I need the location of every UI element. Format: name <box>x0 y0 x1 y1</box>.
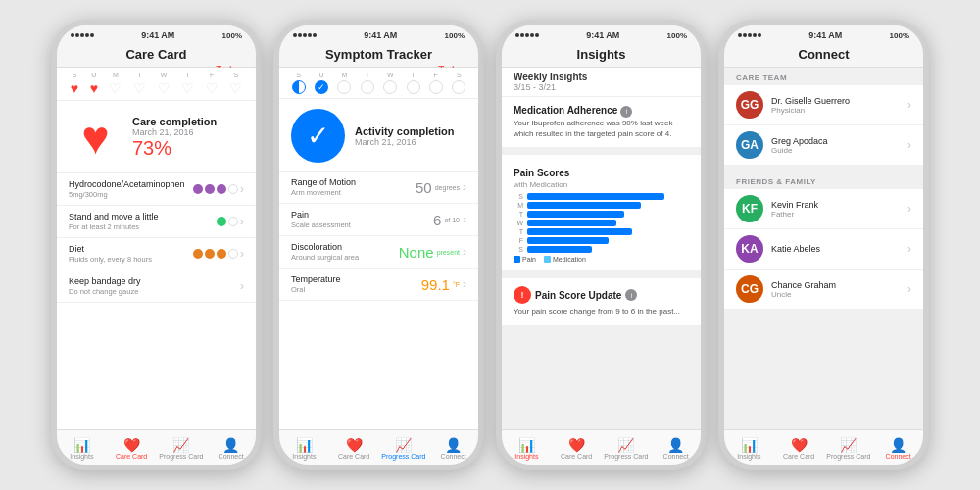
tab-label-progress-1: Progress Card <box>159 453 203 460</box>
tab-connect-1[interactable]: 👤 Connect <box>206 434 256 463</box>
sym-day-s: S <box>292 72 306 94</box>
nav-title-3: Insights <box>577 47 626 62</box>
tab-carecard-4[interactable]: ❤️ Care Card <box>774 434 824 463</box>
care-item-0[interactable]: Hydrocodone/Acetaminophen 5mg/300mg › <box>57 173 256 206</box>
symptom-item-0[interactable]: Range of Motion Arm movement 50 degrees … <box>279 172 478 204</box>
time-1: 9:41 AM <box>141 30 174 40</box>
tab-insights-4[interactable]: 📊 Insights <box>724 434 774 463</box>
tab-label-insights-1: Insights <box>70 453 93 460</box>
activity-date: March 21, 2016 <box>355 137 454 147</box>
check-circle-icon: ✓ <box>315 80 328 94</box>
care-team-group: CARE TEAM GG Dr. Giselle Guerrero Physic… <box>724 68 923 166</box>
signal-1 <box>71 33 94 37</box>
heart-u: ♥ <box>90 80 98 96</box>
sym-day-s2: S <box>452 72 466 94</box>
legend-pain-icon <box>514 256 520 263</box>
sym-day-f: F <box>429 72 443 94</box>
phone-insights: 9:41 AM 100% Insights Weekly Insights 3/… <box>496 20 707 470</box>
symptom-item-3[interactable]: Temperature Oral 99.1 °F › <box>279 269 478 301</box>
week-day-w: W ♡ <box>158 72 171 96</box>
tab-progress-4[interactable]: 📈 Progress Card <box>824 434 874 463</box>
care-main: ♥ Care completion March 21, 2016 73% <box>57 101 256 173</box>
tab-bar-3: 📊 Insights ❤️ Care Card 📈 Progress Card … <box>502 429 701 465</box>
care-item-3[interactable]: Keep bandage dry Do not change gauze › <box>57 270 256 303</box>
sym-day-t1: T <box>361 72 374 94</box>
heart-t2: ♡ <box>181 80 194 96</box>
carecard-icon-1: ❤️ <box>123 438 140 452</box>
tab-bar-1: 📊 Insights ❤️ Care Card 📈 Progress Card … <box>57 429 256 465</box>
bar-row-f: F <box>514 237 689 244</box>
tab-label-insights-3: Insights <box>514 453 538 460</box>
symptom-item-2[interactable]: Discoloration Around surgical area None … <box>279 236 478 269</box>
chevron-sym-2: › <box>463 245 466 259</box>
heart-w: ♡ <box>158 80 171 96</box>
symptom-items-list: Range of Motion Arm movement 50 degrees … <box>279 172 478 301</box>
activity-title: Activity completion <box>355 125 454 137</box>
tab-label-carecard-2: Care Card <box>338 453 369 460</box>
tab-insights-3[interactable]: 📊 Insights <box>502 434 552 463</box>
tab-connect-2[interactable]: 👤 Connect <box>428 434 478 463</box>
symptom-item-1[interactable]: Pain Scale assessment 6 of 10 › <box>279 204 478 236</box>
phone-connect: 9:41 AM 100% Connect CARE TEAM GG Dr. Gi… <box>718 20 929 470</box>
tab-insights-1[interactable]: 📊 Insights <box>57 434 107 463</box>
battery-3: 100% <box>667 31 687 40</box>
status-bar-2: 9:41 AM 100% <box>279 25 478 43</box>
tab-label-connect-2: Connect <box>441 453 466 460</box>
empty-circle-w <box>383 80 397 94</box>
tab-carecard-2[interactable]: ❤️ Care Card <box>329 434 379 463</box>
insights-icon-1: 📊 <box>74 438 90 452</box>
signal-4 <box>738 33 761 37</box>
chevron-abeles: › <box>907 242 911 256</box>
tab-progress-2[interactable]: 📈 Progress Card <box>379 434 429 463</box>
connect-person-graham[interactable]: CG Chance Graham Uncle › <box>724 270 923 310</box>
progress-icon-1: 📈 <box>172 438 189 452</box>
tab-insights-2[interactable]: 📊 Insights <box>279 434 329 463</box>
connect-person-guerrero[interactable]: GG Dr. Giselle Guerrero Physician › <box>724 85 923 125</box>
pain-badge-icon: ! <box>514 286 531 304</box>
time-2: 9:41 AM <box>364 30 397 40</box>
tab-progress-3[interactable]: 📈 Progress Card <box>602 434 652 463</box>
empty-circle-t2 <box>407 80 420 94</box>
nav-header-1: Care Card Today <box>57 43 256 68</box>
tab-progress-1[interactable]: 📈 Progress Card <box>157 434 207 463</box>
bar-row-t1: T <box>514 211 689 218</box>
week-day-s: S ♥ <box>71 72 78 96</box>
avatar-frank: KF <box>736 195 763 222</box>
care-completion-date: March 21, 2016 <box>132 127 217 137</box>
connect-person-abeles[interactable]: KA Katie Abeles › <box>724 229 923 270</box>
big-heart-icon: ♥ <box>69 111 122 165</box>
nav-title-1: Care Card <box>125 47 186 62</box>
tab-label-progress-4: Progress Card <box>826 453 870 460</box>
avatar-graham: CG <box>736 275 763 303</box>
week-strip-1: S ♥ U ♥ M ♡ T ♡ <box>57 68 256 101</box>
activity-info: Activity completion March 21, 2016 <box>355 125 454 147</box>
tab-connect-4[interactable]: 👤 Connect <box>873 434 923 463</box>
tab-label-progress-2: Progress Card <box>381 453 425 460</box>
signal-3 <box>515 33 539 37</box>
tab-carecard-1[interactable]: ❤️ Care Card <box>107 434 157 463</box>
sym-day-t2: T <box>407 72 420 94</box>
connect-person-apodaca[interactable]: GA Greg Apodaca Guide › <box>724 125 923 166</box>
tab-label-carecard-1: Care Card <box>116 453 147 460</box>
heart-f: ♡ <box>206 80 219 96</box>
time-4: 9:41 AM <box>808 30 842 40</box>
chevron-guerrero: › <box>907 98 911 112</box>
phone-symptom-tracker: 9:41 AM 100% Symptom Tracker Today S U ✓ <box>273 20 484 470</box>
tab-carecard-3[interactable]: ❤️ Care Card <box>552 434 602 463</box>
time-3: 9:41 AM <box>586 30 619 40</box>
chevron-icon-3: › <box>240 279 244 293</box>
chevron-apodaca: › <box>907 138 911 152</box>
connect-person-frank[interactable]: KF Kevin Frank Father › <box>724 189 923 229</box>
phones-container: 9:41 AM 100% Care Card Today S ♥ U ♥ <box>41 10 939 480</box>
care-team-header: CARE TEAM <box>724 68 923 85</box>
care-item-1[interactable]: Stand and move a little For at least 2 m… <box>57 206 256 238</box>
pain-scores-section: Pain Scores with Medication S M <box>502 155 701 270</box>
tab-connect-3[interactable]: 👤 Connect <box>651 434 701 463</box>
care-item-2[interactable]: Diet Fluids only, every 8 hours › <box>57 238 256 270</box>
tab-label-connect-3: Connect <box>663 453 689 460</box>
weekly-insights-label: Weekly Insights <box>514 72 689 82</box>
pain-update-text: Your pain score change from 9 to 6 in th… <box>514 306 689 317</box>
friends-family-header: FRIENDS & FAMILY <box>724 172 923 189</box>
friends-family-group: FRIENDS & FAMILY KF Kevin Frank Father › <box>724 172 923 310</box>
sym-day-m: M <box>337 72 351 94</box>
